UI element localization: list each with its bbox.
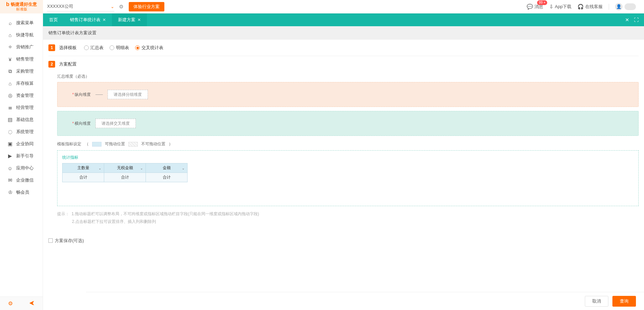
company-select[interactable]: XXXXXX公司 ⌄: [47, 2, 114, 11]
vertical-dim-label: *纵向维度: [72, 92, 91, 98]
sidebar-item-system[interactable]: ◌系统管理: [0, 126, 43, 138]
tab-close-icon[interactable]: ✕: [137, 17, 141, 22]
tab-2[interactable]: 新建方案✕: [112, 13, 147, 26]
tab-label: 新建方案: [118, 17, 135, 23]
template-option-2[interactable]: 交叉统计表: [135, 45, 163, 51]
main-area: 销售订单统计表方案设置 1 选择模板 汇总表明细表交叉统计表 2 方案配置 汇总…: [43, 26, 644, 310]
tab-close-icon[interactable]: ✕: [103, 17, 106, 22]
sidebar-item-label: 采购管理: [16, 68, 34, 74]
sidebar-item-label: 应用中心: [16, 165, 34, 171]
sidebar-item-member[interactable]: ♔畅会员: [0, 186, 43, 198]
sidebar-item-wechat[interactable]: ✉企业微信: [0, 174, 43, 186]
step1-label: 选择模板: [59, 45, 77, 51]
sidebar-item-icon: ☺: [7, 165, 13, 171]
sidebar-item-icon: ✉: [7, 177, 13, 183]
save-scheme-label: 方案保存(可选): [55, 238, 84, 244]
sidebar-bottom: ⚙ ⮜: [0, 297, 43, 310]
sidebar-item-icon: ¥: [7, 56, 13, 62]
sidebar-item-purchase[interactable]: ⧉采购管理: [0, 65, 43, 77]
horizontal-dim-input[interactable]: 请选择交叉维度: [95, 119, 136, 128]
query-button[interactable]: 查询: [612, 296, 636, 307]
sidebar-item-search[interactable]: ⌕搜索菜单: [0, 17, 43, 29]
sidebar-item-marketing[interactable]: ✧营销推广: [0, 41, 43, 53]
sidebar-item-finance[interactable]: ◎资金管理: [0, 89, 43, 102]
metric-col-2[interactable]: 金额⌄: [146, 163, 188, 173]
user-avatar[interactable]: 👤: [615, 3, 636, 10]
sidebar-item-apps[interactable]: ☺应用中心: [0, 162, 43, 174]
sidebar-item-quicknav[interactable]: ⌂快捷导航: [0, 29, 43, 41]
sidebar-item-label: 企业微信: [16, 177, 34, 183]
tips-line-2: 2.点击标题栏下拉可设置排序、插入列和删除列: [72, 219, 156, 224]
avatar-icon: 👤: [615, 3, 622, 10]
sidebar-item-inventory[interactable]: ⌂库存核算: [0, 77, 43, 89]
download-icon: ⇩: [549, 4, 554, 10]
gear-icon[interactable]: ⚙: [119, 4, 123, 10]
dash-icon: [95, 94, 103, 95]
sidebar-item-label: 资金管理: [16, 92, 34, 99]
metric-col-0[interactable]: 主数量⌄: [63, 163, 104, 173]
metric-col-1[interactable]: 无税金额⌄: [104, 163, 146, 173]
avatar-name-placeholder: [625, 3, 636, 10]
metric-total-cell-2: 合计: [146, 173, 188, 182]
horizontal-dim-box: *横向维度 请选择交叉维度: [57, 111, 639, 136]
radio-icon: [84, 45, 89, 50]
collapse-sidebar-icon[interactable]: ⮜: [29, 301, 35, 307]
metric-col-label: 无税金额: [117, 165, 133, 170]
headset-icon: 🎧: [577, 4, 584, 10]
radio-icon: [135, 45, 140, 50]
try-industry-plan-button[interactable]: 体验行业方案: [129, 2, 164, 11]
app-download-label: App下载: [555, 4, 571, 10]
settings-gear-icon[interactable]: ⚙: [8, 300, 13, 307]
sidebar-item-icon: ⧉: [7, 68, 13, 74]
metric-area: 统计指标 主数量⌄无税金额⌄金额⌄ 合计合计合计: [57, 150, 639, 206]
app-download-button[interactable]: ⇩ App下载: [549, 4, 571, 10]
sidebar-item-label: 畅会员: [16, 189, 29, 195]
messages-button[interactable]: 💬 消息 99 +: [527, 4, 543, 10]
fullscreen-icon[interactable]: ⛶: [634, 17, 639, 23]
sidebar-item-label: 搜索菜单: [16, 20, 34, 26]
logo-letter-icon: b: [6, 1, 9, 7]
template-option-1[interactable]: 明细表: [110, 45, 129, 51]
brand-logo[interactable]: b 畅捷通好生意 标准版: [0, 0, 43, 13]
sidebar-item-sales[interactable]: ¥销售管理: [0, 53, 43, 65]
vertical-dim-box: *纵向维度 请选择分组维度: [57, 82, 639, 107]
vertical-dim-input[interactable]: 请选择分组维度: [108, 90, 148, 99]
sidebar-item-guide[interactable]: ▶新手引导: [0, 150, 43, 162]
sidebar-item-label: 新手引导: [16, 153, 34, 159]
step2-badge: 2: [48, 61, 55, 68]
tab-0[interactable]: 首页: [43, 13, 64, 26]
sidebar-item-icon: ◎: [7, 92, 13, 99]
sidebar-item-icon: ≣: [7, 105, 13, 111]
tabbar: 首页销售订单统计表✕新建方案✕ ✕ ⛶: [43, 13, 644, 26]
sidebar: ⌕搜索菜单⌂快捷导航✧营销推广¥销售管理⧉采购管理⌂库存核算◎资金管理≣经营管理…: [0, 13, 43, 310]
sidebar-item-icon: ▣: [7, 141, 13, 147]
chevron-down-icon[interactable]: ⌄: [98, 166, 101, 170]
metric-table: 主数量⌄无税金额⌄金额⌄ 合计合计合计: [62, 163, 188, 182]
metric-heading: 统计指标: [62, 155, 634, 160]
cancel-button[interactable]: 取消: [585, 296, 608, 307]
sidebar-item-ops[interactable]: ≣经营管理: [0, 102, 43, 114]
legend-draggable-text: 可拖动位置: [105, 141, 125, 147]
tab-1[interactable]: 销售订单统计表✕: [64, 13, 112, 26]
messages-badge: 99 +: [537, 0, 547, 5]
online-service-button[interactable]: 🎧 在线客服: [577, 4, 603, 10]
top-header: b 畅捷通好生意 标准版 XXXXXX公司 ⌄ ⚙ 体验行业方案 💬 消息 99…: [0, 0, 644, 13]
sidebar-item-icon: ♔: [7, 189, 13, 195]
chevron-down-icon[interactable]: ⌄: [140, 166, 143, 170]
tips-label: 提示：: [57, 211, 69, 216]
chevron-down-icon: ⌄: [111, 4, 114, 9]
header-right: 💬 消息 99 + ⇩ App下载 🎧 在线客服 👤: [527, 3, 644, 10]
tab-label: 销售订单统计表: [70, 17, 100, 23]
radio-icon: [110, 45, 114, 50]
radio-label: 明细表: [116, 45, 129, 51]
close-all-tabs-icon[interactable]: ✕: [625, 17, 629, 23]
sidebar-item-label: 企业协同: [16, 141, 34, 147]
chevron-down-icon[interactable]: ⌄: [182, 166, 185, 170]
template-option-0[interactable]: 汇总表: [84, 45, 104, 51]
save-scheme-checkbox[interactable]: [48, 238, 53, 243]
sidebar-item-label: 库存核算: [16, 80, 34, 86]
sidebar-item-icon: ⌕: [7, 20, 13, 26]
brand-edition: 标准版: [16, 7, 27, 12]
sidebar-item-collab[interactable]: ▣企业协同: [0, 138, 43, 150]
sidebar-item-basic[interactable]: ▤基础信息: [0, 114, 43, 126]
